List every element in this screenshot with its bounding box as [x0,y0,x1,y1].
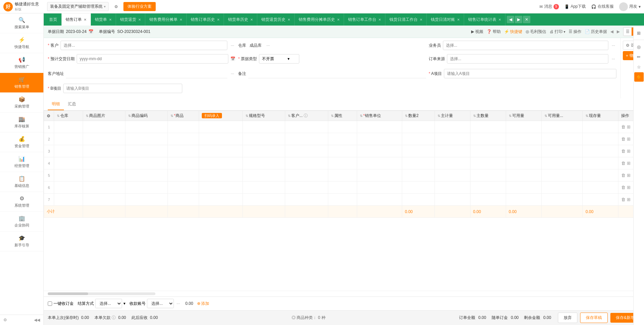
tab-order-history[interactable]: 销售订单历史 ✕ [187,13,224,26]
tab-sales-order[interactable]: 销售订单 ✕ [62,13,91,26]
industry-btn[interactable]: 体验行业方案 [123,2,156,11]
prev-doc-btn[interactable]: ◀ [610,29,613,34]
auto-collect-checkbox[interactable] [48,301,52,306]
row-copy-icon[interactable]: ⊞ [627,185,631,190]
tab-close-icon[interactable]: ✕ [250,18,253,22]
row-delete-icon[interactable]: 🗑 [621,185,626,190]
row-delete-icon[interactable]: 🗑 [621,136,626,141]
view-btn[interactable]: ▶ 视频 [471,29,483,35]
a-project-input[interactable] [444,69,616,78]
print-btn[interactable]: 🖨 打印 ▾ [550,29,565,35]
column-settings-icon[interactable]: ⚙ [47,114,50,118]
tab-close-icon[interactable]: ✕ [420,18,422,22]
sort-icon[interactable]: ⇅ [438,114,440,118]
row-delete-icon[interactable]: 🗑 [621,173,626,178]
save-draft-button[interactable]: 保存草稿 [580,313,608,323]
tab-menu-btn[interactable]: ✕ [523,16,530,23]
sort-icon[interactable]: ⇅ [473,114,476,118]
tab-return-history[interactable]: 销货退货历史 ✕ [257,13,295,26]
row-copy-icon[interactable]: ⊞ [627,197,631,202]
row-delete-icon[interactable]: 🗑 [621,149,626,154]
sort-icon[interactable]: ⇅ [544,114,547,118]
sort-icon[interactable]: ⇅ [57,114,60,118]
tab-stats[interactable]: 销售订单统计表 ✕ [464,13,505,26]
tab-close-icon[interactable]: ✕ [217,18,220,22]
system-selector[interactable]: 装备及固定资产辅助管理系统 ▾ [47,2,109,11]
sort-icon[interactable]: ⇅ [405,114,408,118]
address-more-btn[interactable]: ··· [229,71,235,76]
sidebar-item-finance[interactable]: 💰 资金管理 [0,132,43,152]
row-copy-icon[interactable]: ⊞ [627,136,631,141]
user-item[interactable]: 用友 ▾ [619,2,641,11]
sidebar-item-purchase[interactable]: 📦 采购管理 [0,93,43,113]
discard-button[interactable]: 放弃 [558,313,577,323]
address-field[interactable] [66,69,227,78]
tab-next-btn[interactable]: ▶ [515,16,522,23]
tab-sales-slip[interactable]: 销货单 ✕ [91,13,116,26]
calendar-icon[interactable]: 📅 [88,29,93,34]
sidebar-item-marketing[interactable]: 📢 营销推广 [0,53,43,73]
tab-cash-reconcile[interactable]: 钱货日清对账 ✕ [427,13,464,26]
app-download-item[interactable]: 📱 App下载 [564,4,586,9]
tab-order-workbench[interactable]: 销售订单工作台 ✕ [344,13,385,26]
row-copy-icon[interactable]: ⊞ [627,161,631,166]
scroll-track[interactable] [48,292,155,295]
tab-fee-history[interactable]: 销售费用分摊单历史 ✕ [295,13,344,26]
th-settings[interactable]: ⚙ [44,111,54,121]
sidebar-item-enterprise[interactable]: 🏢 企业协同 [0,212,43,232]
delivery-calendar-icon[interactable]: 📅 [230,56,235,61]
warehouse-more-btn[interactable]: ··· [265,43,271,48]
sidebar-collapse-icon[interactable]: ◀◀ [34,318,40,322]
tab-close-icon[interactable]: ✕ [109,18,112,22]
tab-close-icon[interactable]: ✕ [498,18,501,22]
sort-icon[interactable]: ⇅ [331,114,334,118]
sort-icon[interactable]: ⇅ [288,114,291,118]
profit-btn[interactable]: ◎ 毛利预估 [526,29,546,35]
float-btn-circle[interactable]: ◎ [634,42,644,51]
operate-btn[interactable]: ☰ 操作 [569,29,581,35]
sort-icon[interactable]: ⇅ [128,114,131,118]
tab-fee-split[interactable]: 销售费用分摊单 ✕ [145,13,187,26]
sidebar-gear-icon[interactable]: ⚙ [3,318,7,322]
sort-icon[interactable]: ⇅ [245,114,248,118]
row-copy-icon[interactable]: ⊞ [627,124,631,129]
tab-close-icon[interactable]: ✕ [180,18,182,22]
row-delete-icon[interactable]: 🗑 [621,161,626,166]
sidebar-item-system[interactable]: ⚙ 系统管理 [0,192,43,212]
tab-summary[interactable]: 汇总 [64,98,80,110]
help-btn[interactable]: ❓ 帮助 [487,29,501,35]
float-btn-grid[interactable]: ⊞ [634,28,644,38]
tab-close-icon[interactable]: ✕ [457,18,460,22]
scan-enter-btn[interactable]: 扫码录入 [202,113,222,118]
row-copy-icon[interactable]: ⊞ [627,149,631,154]
tab-prev-btn[interactable]: ◀ [507,16,514,23]
float-btn-star[interactable]: ☆ [634,62,644,72]
settings-button[interactable]: ⚙ [111,2,121,11]
tab-slip-history[interactable]: 销货单历史 ✕ [224,13,257,26]
bank-account-select[interactable]: 选择... [147,299,174,308]
tab-close-icon[interactable]: ✕ [288,18,290,22]
sidebar-item-newbie[interactable]: 🎓 新手引导 [0,232,43,251]
staff-input[interactable] [443,41,608,50]
ticket-select[interactable]: 不开票 ▾ [259,54,299,64]
history-btn[interactable]: 📄 历史单据 [585,29,607,35]
add-link[interactable]: ⊕ 添加 [197,301,209,307]
list-view-btn[interactable]: ☰ [623,28,632,36]
next-doc-btn[interactable]: ▶ [617,29,620,34]
sort-icon[interactable]: ⇅ [509,114,512,118]
customer-more-btn[interactable]: ··· [229,43,235,48]
tab-return[interactable]: 销货退货 ✕ [116,13,145,26]
row-copy-icon[interactable]: ⊞ [627,173,631,178]
delivery-date-input[interactable] [77,54,228,64]
sort-icon[interactable]: ⇅ [171,114,173,118]
source-more-btn[interactable]: ··· [610,56,616,61]
sort-icon[interactable]: ⇅ [86,114,88,118]
remark-field[interactable] [248,69,426,78]
float-btn-orange[interactable]: 🔶 [634,72,644,82]
bank-more-btn[interactable]: ··· [175,301,181,306]
sidebar-item-inventory[interactable]: 🏬 库存核算 [0,113,43,132]
tab-homepage[interactable]: 首页 [45,13,62,26]
tab-close-icon[interactable]: ✕ [84,18,86,22]
sidebar-item-operation[interactable]: 📊 经营管理 [0,152,43,172]
auto-collect-check[interactable]: 一键收订金 [48,301,74,307]
